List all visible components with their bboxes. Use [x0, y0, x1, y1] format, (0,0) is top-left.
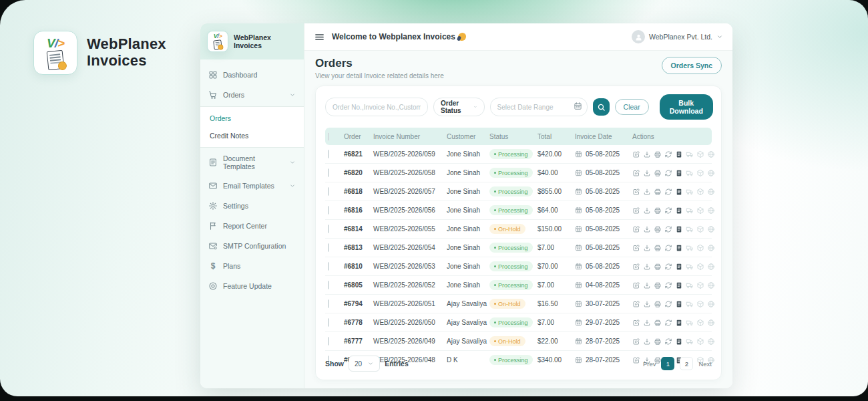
- refresh-action-icon[interactable]: [664, 225, 672, 233]
- sidebar-item-orders[interactable]: Orders: [200, 85, 304, 105]
- sidebar-item-dashboard[interactable]: Dashboard: [200, 65, 304, 85]
- date-range-field[interactable]: [490, 98, 588, 116]
- receipt-action-icon[interactable]: [675, 263, 683, 271]
- print-action-icon[interactable]: [654, 207, 662, 215]
- edit-action-icon[interactable]: [632, 188, 640, 196]
- row-checkbox[interactable]: [328, 337, 329, 346]
- sidebar-logo[interactable]: V/> WebPlanex Invoices: [200, 23, 304, 59]
- invoice-date-cell: 05-08-2025: [575, 244, 632, 251]
- download-action-icon[interactable]: [643, 169, 651, 177]
- refresh-action-icon[interactable]: [664, 319, 672, 327]
- sidebar-item-label: Document Templates: [223, 154, 284, 170]
- edit-action-icon[interactable]: [632, 150, 640, 158]
- menu-toggle-icon[interactable]: [314, 31, 325, 43]
- download-action-icon[interactable]: [643, 300, 651, 308]
- row-checkbox[interactable]: [328, 299, 329, 308]
- print-action-icon[interactable]: [654, 188, 662, 196]
- per-page-select[interactable]: 20: [349, 356, 380, 372]
- print-action-icon[interactable]: [654, 338, 662, 346]
- sidebar-item-plans[interactable]: $Plans: [200, 256, 304, 276]
- receipt-action-icon[interactable]: [675, 319, 683, 327]
- receipt-action-icon[interactable]: [675, 338, 683, 346]
- sidebar-item-email-templates[interactable]: Email Templates: [200, 176, 304, 196]
- receipt-action-icon[interactable]: [675, 225, 683, 233]
- edit-action-icon[interactable]: [632, 300, 640, 308]
- refresh-action-icon[interactable]: [664, 169, 672, 177]
- edit-action-icon[interactable]: [632, 225, 640, 233]
- download-action-icon[interactable]: [643, 338, 651, 346]
- print-action-icon[interactable]: [654, 263, 662, 271]
- edit-action-icon[interactable]: [632, 319, 640, 327]
- sidebar-item-smtp-configuration[interactable]: SMTP Configuration: [200, 236, 304, 256]
- bulk-download-button[interactable]: Bulk Download: [660, 94, 713, 120]
- row-checkbox[interactable]: [328, 150, 329, 158]
- receipt-action-icon[interactable]: [675, 169, 683, 177]
- next-page-button[interactable]: Next: [698, 360, 712, 368]
- download-action-icon[interactable]: [643, 188, 651, 196]
- sidebar-subitem-orders[interactable]: Orders: [200, 110, 304, 127]
- refresh-action-icon[interactable]: [664, 263, 672, 271]
- refresh-action-icon[interactable]: [664, 281, 672, 289]
- download-action-icon[interactable]: [643, 244, 651, 252]
- print-action-icon[interactable]: [654, 150, 662, 158]
- print-action-icon[interactable]: [654, 225, 662, 233]
- receipt-action-icon[interactable]: [675, 281, 683, 289]
- receipt-action-icon[interactable]: [675, 300, 683, 308]
- sidebar-subitem-credit-notes[interactable]: Credit Notes: [200, 127, 304, 144]
- print-action-icon[interactable]: [654, 281, 662, 289]
- page-button-2[interactable]: 2: [680, 357, 693, 370]
- refresh-action-icon[interactable]: [664, 207, 672, 215]
- package-action-icon: [696, 338, 704, 346]
- order-status-select[interactable]: Order Status: [433, 98, 485, 116]
- download-action-icon[interactable]: [643, 263, 651, 271]
- edit-action-icon[interactable]: [632, 281, 640, 289]
- receipt-action-icon[interactable]: [675, 244, 683, 252]
- sidebar-logo-icon: V/>: [207, 31, 228, 52]
- download-action-icon[interactable]: [643, 150, 651, 158]
- edit-action-icon[interactable]: [632, 207, 640, 215]
- download-action-icon[interactable]: [643, 319, 651, 327]
- print-action-icon[interactable]: [654, 319, 662, 327]
- edit-action-icon[interactable]: [632, 263, 640, 271]
- receipt-action-icon[interactable]: [675, 150, 683, 158]
- row-checkbox[interactable]: [328, 318, 329, 327]
- row-checkbox[interactable]: [328, 168, 329, 177]
- row-checkbox[interactable]: [328, 243, 329, 252]
- search-input[interactable]: [325, 98, 428, 116]
- orders-sync-button[interactable]: Orders Sync: [662, 57, 722, 74]
- print-action-icon[interactable]: [654, 169, 662, 177]
- truck-action-icon: [686, 169, 694, 177]
- select-all-checkbox[interactable]: [328, 132, 329, 141]
- clear-button[interactable]: Clear: [615, 99, 649, 115]
- refresh-action-icon[interactable]: [664, 338, 672, 346]
- sidebar-item-document-templates[interactable]: Document Templates: [200, 149, 304, 176]
- row-checkbox[interactable]: [328, 187, 329, 196]
- prev-page-button[interactable]: Prev: [643, 360, 656, 368]
- print-action-icon[interactable]: [654, 244, 662, 252]
- refresh-action-icon[interactable]: [664, 150, 672, 158]
- receipt-action-icon[interactable]: [675, 188, 683, 196]
- print-action-icon[interactable]: [654, 300, 662, 308]
- edit-action-icon[interactable]: [632, 244, 640, 252]
- download-action-icon[interactable]: [643, 281, 651, 289]
- column-header: Order: [344, 133, 373, 140]
- calendar-icon[interactable]: [574, 102, 582, 110]
- account-menu[interactable]: WebPlanex Pvt. Ltd.: [632, 30, 723, 43]
- sidebar-item-settings[interactable]: Settings: [200, 196, 304, 216]
- row-checkbox[interactable]: [328, 281, 329, 289]
- row-checkbox[interactable]: [328, 206, 329, 215]
- receipt-action-icon[interactable]: [675, 207, 683, 215]
- row-checkbox[interactable]: [328, 262, 329, 271]
- download-action-icon[interactable]: [643, 207, 651, 215]
- refresh-action-icon[interactable]: [664, 300, 672, 308]
- sidebar-item-report-center[interactable]: Report Center: [200, 216, 304, 236]
- refresh-action-icon[interactable]: [664, 188, 672, 196]
- search-button[interactable]: [593, 98, 610, 116]
- edit-action-icon[interactable]: [632, 338, 640, 346]
- refresh-action-icon[interactable]: [664, 244, 672, 252]
- row-checkbox[interactable]: [328, 225, 329, 233]
- edit-action-icon[interactable]: [632, 169, 640, 177]
- download-action-icon[interactable]: [643, 225, 651, 233]
- sidebar-item-feature-update[interactable]: Feature Update: [200, 276, 304, 296]
- page-button-1[interactable]: 1: [661, 357, 674, 370]
